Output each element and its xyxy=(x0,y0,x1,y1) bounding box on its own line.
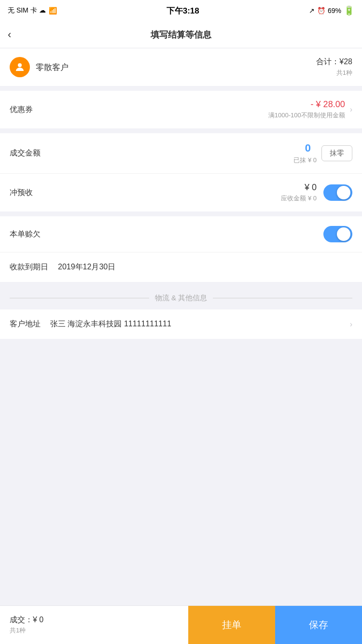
prepayment-col: ¥ 0 应收金额 ¥ 0 xyxy=(281,182,317,203)
save-button[interactable]: 保存 xyxy=(275,606,362,644)
status-time: 下午3:18 xyxy=(167,5,199,16)
status-bar: 无 SIM 卡 ☁ 📶 下午3:18 ↗ ⏰ 69% 🔋 xyxy=(0,0,362,21)
due-date-row: 收款到期日 2019年12月30日 xyxy=(0,252,362,282)
location-icon: ↗ xyxy=(309,7,315,14)
coupon-right: - ¥ 28.00 满1000-100不限制使用金额 › xyxy=(268,99,352,120)
hang-button[interactable]: 挂单 xyxy=(188,606,275,644)
debt-row: 本单赊欠 xyxy=(0,216,362,252)
status-left: 无 SIM 卡 ☁ 📶 xyxy=(8,6,57,15)
content-area: 零散客户 合计：¥28 共1种 优惠券 - ¥ 28.00 满1000-100不… xyxy=(0,48,362,387)
deal-amount-col: 0 已抹 ¥ 0 xyxy=(293,142,317,165)
no-sim-text: 无 SIM 卡 ☁ xyxy=(8,6,46,15)
bottom-count: 共1种 xyxy=(10,626,179,635)
customer-section: 零散客户 合计：¥28 共1种 xyxy=(0,48,362,86)
status-right: ↗ ⏰ 69% 🔋 xyxy=(309,5,354,16)
deal-section: 成交金额 0 已抹 ¥ 0 抹零 冲预收 ¥ 0 应收金额 ¥ 0 xyxy=(0,133,362,211)
bottom-bar: 成交：¥ 0 共1种 挂单 保存 xyxy=(0,605,362,644)
address-row[interactable]: 客户地址 张三 海淀永丰科技园 11111111111 › xyxy=(0,309,362,339)
bottom-deal-value: ¥ 0 xyxy=(33,616,43,624)
address-chevron-icon: › xyxy=(350,320,352,329)
battery-text: 69% xyxy=(328,7,341,14)
debt-toggle-knob xyxy=(337,227,350,241)
alarm-icon: ⏰ xyxy=(317,7,325,14)
coupon-row[interactable]: 优惠券 - ¥ 28.00 满1000-100不限制使用金额 › xyxy=(0,91,362,128)
deal-amount-right: 0 已抹 ¥ 0 抹零 xyxy=(293,142,352,165)
nav-bar: ‹ 填写结算等信息 xyxy=(0,21,362,48)
due-date-label: 收款到期日 xyxy=(10,262,48,272)
coupon-right-col: - ¥ 28.00 满1000-100不限制使用金额 xyxy=(268,99,345,120)
battery-icon: 🔋 xyxy=(344,5,354,16)
address-section: 客户地址 张三 海淀永丰科技园 11111111111 › xyxy=(0,309,362,339)
toggle-knob xyxy=(337,186,350,199)
prepayment-right: ¥ 0 应收金额 ¥ 0 xyxy=(281,182,352,203)
header-line-right xyxy=(213,298,352,298)
prepayment-sub: 应收金额 ¥ 0 xyxy=(281,194,317,203)
coupon-sub: 满1000-100不限制使用金额 xyxy=(268,111,345,120)
due-date-value: 2019年12月30日 xyxy=(58,262,115,272)
deal-amount-value: 0 xyxy=(293,142,311,154)
prepayment-value: ¥ 0 xyxy=(281,182,317,193)
round-button[interactable]: 抹零 xyxy=(321,145,352,161)
debt-section: 本单赊欠 收款到期日 2019年12月30日 xyxy=(0,216,362,282)
prepayment-label: 冲预收 xyxy=(10,188,33,198)
total-amount: 合计：¥28 xyxy=(316,57,352,67)
wifi-icon: 📶 xyxy=(49,7,57,14)
logistics-header-text: 物流 & 其他信息 xyxy=(155,294,207,303)
customer-total: 合计：¥28 共1种 xyxy=(316,57,352,77)
address-value: 张三 海淀永丰科技园 11111111111 xyxy=(50,319,350,329)
coupon-label: 优惠券 xyxy=(10,105,33,115)
debt-toggle[interactable] xyxy=(323,226,352,242)
prepayment-row: 冲预收 ¥ 0 应收金额 ¥ 0 xyxy=(0,173,362,211)
logistics-header: 物流 & 其他信息 xyxy=(0,287,362,309)
prepayment-toggle[interactable] xyxy=(323,184,352,201)
deal-amount-sub: 已抹 ¥ 0 xyxy=(293,156,317,165)
deal-amount-row: 成交金额 0 已抹 ¥ 0 抹零 xyxy=(0,133,362,173)
customer-left: 零散客户 xyxy=(10,57,69,77)
coupon-section: 优惠券 - ¥ 28.00 满1000-100不限制使用金额 › xyxy=(0,91,362,128)
customer-name: 零散客户 xyxy=(36,62,69,73)
bottom-info: 成交：¥ 0 共1种 xyxy=(0,615,188,635)
coupon-value: - ¥ 28.00 xyxy=(268,99,345,110)
debt-label: 本单赊欠 xyxy=(10,229,41,239)
chevron-icon: › xyxy=(350,105,352,114)
bottom-deal-label: 成交： xyxy=(10,616,33,624)
address-label: 客户地址 xyxy=(10,319,41,329)
back-button[interactable]: ‹ xyxy=(8,28,11,41)
page-title: 填写结算等信息 xyxy=(151,29,211,41)
svg-point-0 xyxy=(18,63,22,67)
deal-amount-label: 成交金额 xyxy=(10,148,41,158)
header-line-left xyxy=(10,298,149,298)
total-count: 共1种 xyxy=(316,69,352,77)
customer-row: 零散客户 合计：¥28 共1种 xyxy=(0,48,362,86)
bottom-deal-text: 成交：¥ 0 xyxy=(10,615,179,625)
avatar xyxy=(10,57,30,77)
